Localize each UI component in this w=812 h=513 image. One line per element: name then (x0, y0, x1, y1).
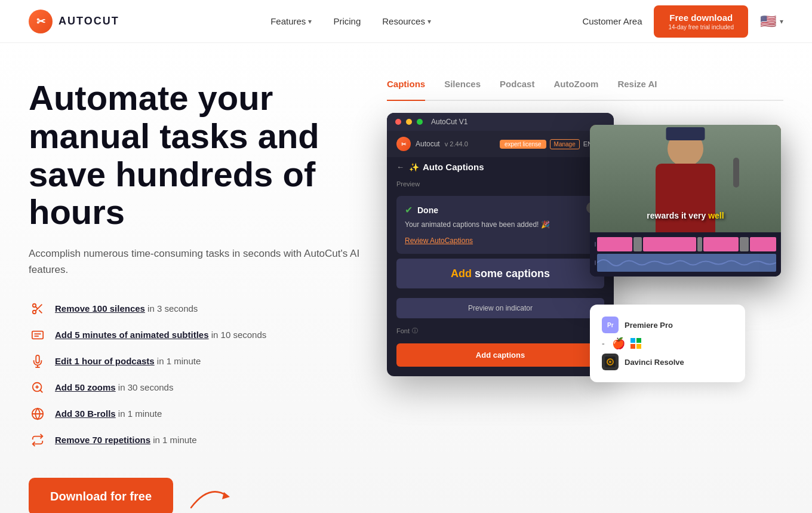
nav-links: Features ▾ Pricing Resources ▾ (270, 16, 431, 26)
repeat-icon (29, 431, 47, 449)
svg-text:Pr: Pr (607, 322, 614, 328)
flag-icon: 🇺🇸 (760, 14, 776, 29)
hero-section: Automate your manual tasks and save hund… (0, 43, 812, 513)
preview-label: Preview (387, 177, 614, 191)
navbar: ✂ AUTOCUT Features ▾ Pricing Resources ▾… (0, 0, 812, 43)
hero-subtitle: Accomplish numerous time-consuming tasks… (29, 245, 363, 278)
maximize-dot (417, 119, 423, 125)
nav-features[interactable]: Features ▾ (270, 16, 312, 26)
svg-line-3 (39, 310, 42, 313)
features-list: Remove 100 silences in 3 seconds Add 5 m… (29, 300, 363, 449)
windows-icon (630, 337, 642, 349)
customer-area-link[interactable]: Customer Area (582, 16, 642, 26)
hero-right: Captions Silences Podcast AutoZoom Resiz… (387, 79, 783, 376)
tab-captions[interactable]: Captions (387, 79, 425, 95)
nav-logo[interactable]: ✂ AUTOCUT (29, 10, 119, 33)
nav-resources[interactable]: Resources ▾ (382, 16, 431, 26)
app-version: v 2.44.0 (445, 140, 468, 148)
preview-word-highlight: Add (451, 268, 472, 280)
caption-word-highlight: well (708, 211, 724, 220)
list-item: Add 50 zooms in 30 seconds (29, 379, 363, 397)
zoom-icon (29, 379, 47, 397)
timeline-row-1 (595, 237, 776, 251)
list-item: Add 30 B-rolls in 1 minute (29, 405, 363, 423)
svg-rect-19 (636, 338, 641, 343)
timeline-block (703, 237, 739, 251)
timeline-block (633, 237, 642, 251)
timeline-block (643, 237, 696, 251)
timeline-block (750, 237, 776, 251)
app-logo-row: ✂ Autocut v 2.44.0 (396, 137, 468, 151)
feature-link-brolls[interactable]: Add 30 B-rolls (55, 408, 116, 419)
checkmark-icon: ✔ (405, 204, 413, 216)
language-selector[interactable]: 🇺🇸 ▾ (760, 14, 783, 29)
hero-left: Automate your manual tasks and save hund… (29, 79, 363, 513)
caption-overlay: rewards it very well (647, 211, 724, 220)
font-row: Font ⓘ (387, 323, 614, 339)
lang-chevron-icon: ▾ (780, 17, 783, 26)
feature-link-subtitles[interactable]: Add 5 minutes of animated subtitles (55, 330, 209, 340)
arrow-decoration (185, 478, 233, 513)
nav-pricing[interactable]: Pricing (333, 16, 361, 26)
back-arrow-icon[interactable]: ← (396, 162, 404, 171)
podcast-icon (29, 352, 47, 370)
svg-line-11 (40, 390, 42, 392)
manage-button[interactable]: Manage (550, 139, 580, 149)
download-for-free-button[interactable]: Download for free (29, 478, 173, 513)
tab-autozoom[interactable]: AutoZoom (553, 79, 598, 95)
nav-right: Customer Area Free download 14-day free … (582, 5, 783, 38)
apple-icon: 🍎 (612, 337, 625, 350)
logo-icon: ✂ (29, 10, 53, 33)
logo-text: AUTOCUT (59, 15, 119, 27)
tab-resize-ai[interactable]: Resize AI (617, 79, 657, 95)
svg-rect-5 (32, 331, 43, 339)
timeline-waveform (597, 254, 776, 272)
review-button[interactable]: Review AutoCaptions (405, 236, 473, 245)
feature-link-zooms[interactable]: Add 50 zooms (55, 382, 116, 392)
done-message: Your animated captions have been added! … (405, 220, 596, 229)
timeline-tick (595, 260, 596, 265)
app-nav-row: ← ✨ Auto Captions (387, 157, 614, 177)
svg-rect-21 (636, 344, 641, 349)
svg-point-1 (33, 310, 36, 314)
os-icons: 🍎 (612, 337, 642, 350)
compat-row-davinci: Davinci Resolve (602, 351, 733, 373)
minimize-dot (406, 119, 412, 125)
davinci-label: Davinci Resolve (625, 358, 684, 367)
svg-rect-18 (630, 338, 635, 343)
svg-point-24 (609, 361, 611, 363)
timeline-row-2 (595, 254, 776, 272)
resources-chevron-icon: ▾ (427, 17, 431, 26)
section-title: Auto Captions (423, 162, 484, 172)
compat-row-premiere: Pr Premiere Pro (602, 314, 733, 336)
app-header: ✂ Autocut v 2.44.0 expert license Manage… (387, 131, 614, 157)
tab-podcast[interactable]: Podcast (500, 79, 534, 95)
captions-icon (29, 326, 47, 344)
app-name: Autocut (416, 140, 440, 148)
broll-icon (29, 405, 47, 423)
svg-point-0 (33, 303, 36, 307)
done-header: ✔ Done (405, 204, 596, 216)
preview-on-indicator-button[interactable]: Preview on indicator (396, 298, 604, 318)
timeline-block (597, 237, 632, 251)
feature-link-silences[interactable]: Remove 100 silences (55, 303, 145, 314)
tab-silences[interactable]: Silences (444, 79, 481, 95)
timeline-block (697, 237, 703, 251)
free-download-button[interactable]: Free download 14-day free trial included (654, 5, 748, 38)
preview-video-strip: Add some captions (396, 259, 604, 288)
info-icon: ⓘ (412, 327, 418, 335)
done-popup: ✕ ✔ Done Your animated captions have bee… (396, 196, 604, 254)
feature-link-repetitions[interactable]: Remove 70 repetitions (55, 435, 150, 445)
list-item: Remove 70 repetitions in 1 minute (29, 431, 363, 449)
add-captions-button[interactable]: Add captions (396, 343, 604, 367)
screenshot-area: AutoCut V1 ✂ Autocut v 2.44.0 expert lic… (387, 113, 783, 376)
scissors-icon (29, 300, 47, 318)
davinci-logo-icon (602, 354, 619, 370)
license-badge: expert license (500, 140, 546, 149)
done-title: Done (417, 205, 438, 215)
feature-link-podcasts[interactable]: Edit 1 hour of podcasts (55, 356, 155, 366)
caption-word-1: rewards it very (647, 211, 706, 220)
preview-text-overlay: Add some captions (451, 268, 550, 280)
compat-card: Pr Premiere Pro - 🍎 (590, 305, 745, 382)
svg-line-4 (35, 306, 38, 309)
